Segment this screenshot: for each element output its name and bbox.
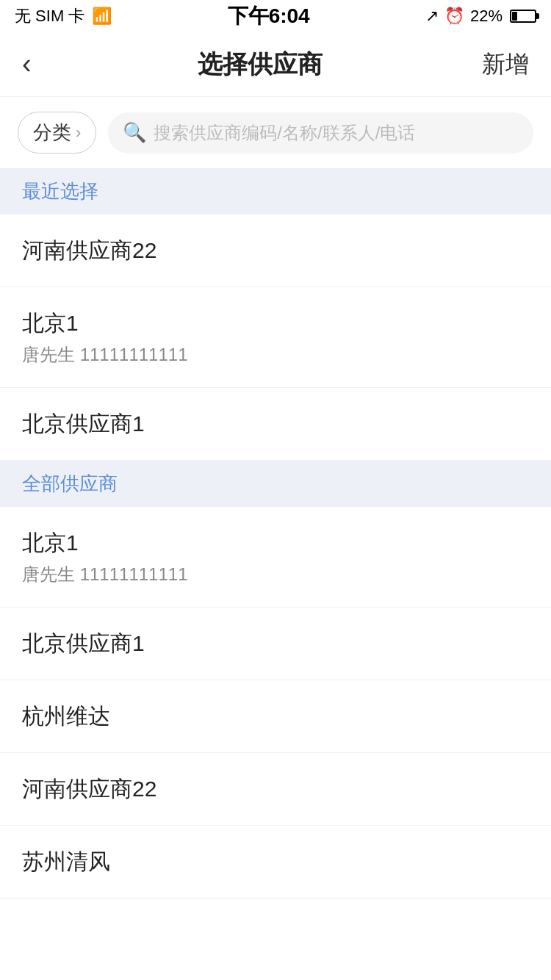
all-list-item[interactable]: 北京1唐先生 11111111111	[0, 507, 551, 608]
recent-list-item[interactable]: 北京供应商1	[0, 388, 551, 461]
recent-list-item[interactable]: 北京1唐先生 11111111111	[0, 287, 551, 388]
recent-section-label: 最近选择	[22, 180, 98, 202]
item-name: 河南供应商22	[22, 774, 529, 804]
filter-bar: 分类 › 🔍 搜索供应商编码/名称/联系人/电话	[0, 97, 551, 168]
item-name: 北京供应商1	[22, 628, 529, 659]
search-box[interactable]: 🔍 搜索供应商编码/名称/联系人/电话	[108, 112, 533, 154]
no-sim-text: 无 SIM 卡	[15, 5, 84, 27]
nav-bar: ‹ 选择供应商 新增	[0, 32, 551, 97]
all-list-item[interactable]: 河南供应商22	[0, 753, 551, 826]
item-sub: 唐先生 11111111111	[22, 563, 529, 586]
category-label: 分类	[33, 120, 71, 145]
status-right: ↗ ⏰ 22%	[425, 7, 536, 26]
chevron-right-icon: ›	[76, 123, 81, 143]
recent-items-list: 河南供应商22北京1唐先生 11111111111北京供应商1	[0, 215, 551, 461]
item-sub: 唐先生 11111111111	[22, 343, 529, 367]
item-name: 北京1	[22, 308, 529, 339]
search-placeholder: 搜索供应商编码/名称/联系人/电话	[154, 121, 415, 145]
all-list-item[interactable]: 苏州清风	[0, 826, 551, 898]
search-icon: 🔍	[123, 121, 146, 144]
battery-icon	[510, 10, 536, 23]
all-section-header: 全部供应商	[0, 461, 551, 507]
item-name: 杭州维达	[22, 701, 529, 732]
all-section-label: 全部供应商	[22, 472, 118, 494]
item-name: 北京1	[22, 527, 529, 558]
all-list-item[interactable]: 杭州维达	[0, 680, 551, 753]
status-bar: 无 SIM 卡 📶 下午6:04 ↗ ⏰ 22%	[0, 0, 551, 32]
item-name: 北京供应商1	[22, 408, 529, 439]
page-title: 选择供应商	[198, 48, 323, 82]
location-icon: ↗	[425, 7, 439, 26]
status-time: 下午6:04	[228, 2, 310, 30]
all-list-item[interactable]: 北京供应商1	[0, 608, 551, 680]
add-button[interactable]: 新增	[482, 48, 529, 81]
alarm-icon: ⏰	[444, 7, 464, 26]
all-items-list: 北京1唐先生 11111111111北京供应商1杭州维达河南供应商22苏州清风	[0, 507, 551, 898]
recent-section-header: 最近选择	[0, 168, 551, 215]
back-button[interactable]: ‹	[15, 41, 39, 87]
battery-text: 22%	[470, 7, 503, 26]
recent-list-item[interactable]: 河南供应商22	[0, 215, 551, 287]
item-name: 苏州清风	[22, 846, 529, 877]
item-name: 河南供应商22	[22, 235, 529, 266]
category-button[interactable]: 分类 ›	[18, 112, 96, 154]
status-left: 无 SIM 卡 📶	[15, 5, 112, 27]
wifi-icon: 📶	[92, 7, 112, 26]
